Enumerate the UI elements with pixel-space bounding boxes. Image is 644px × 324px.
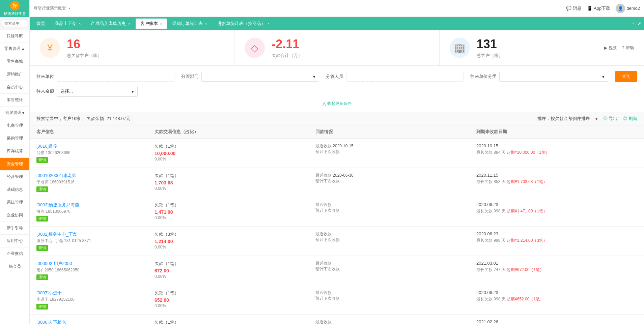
tab-customer-account[interactable]: 客户账本 ×: [136, 19, 167, 29]
message-btn[interactable]: 💬 消息: [566, 5, 582, 11]
overdue-link-0[interactable]: 超期¥10,000.00（1笔）: [507, 150, 550, 155]
sidebar-item-app-center[interactable]: 应用中心: [0, 235, 29, 247]
sidebar-item-system[interactable]: 系统管理: [0, 196, 29, 209]
unit-category-select[interactable]: ▾: [499, 72, 608, 82]
sidebar-item-guide[interactable]: 新手引导: [0, 222, 29, 235]
sidebar-item-purchase[interactable]: 采购管理: [0, 132, 29, 145]
view-video-btn[interactable]: ▶ 视频: [604, 45, 617, 51]
customer-name-2[interactable]: [0003]畅捷服务尹海燕: [36, 202, 155, 208]
balance-select[interactable]: 选择... ▾: [57, 86, 138, 97]
customer-name-1[interactable]: [0001020001]李老师: [36, 173, 155, 179]
due-date-3: 2020.06.23 最长欠款 998 天 超期¥1,214.00（3笔）: [476, 231, 637, 243]
tab-purchase-order[interactable]: 采购订单统计表 ×: [167, 19, 212, 29]
user-avatar[interactable]: 👤 demo2: [616, 4, 640, 13]
sidebar-search-area: [0, 17, 29, 30]
status-badge-4: 现销: [36, 274, 48, 280]
search-input[interactable]: [2, 20, 27, 27]
sidebar-item-operation[interactable]: 经营管理: [0, 171, 29, 183]
results-summary: 搜索结果中，客户16家， 欠款金额 -21,148.07元: [36, 116, 131, 122]
source-unit-label: 往来单位: [36, 73, 54, 80]
debt-percent-4: 0.00%: [155, 274, 315, 279]
sidebar-item-inventory[interactable]: 库存核算: [0, 145, 29, 158]
tab-close-product-history[interactable]: ×: [128, 22, 130, 26]
tab-home[interactable]: 首页: [32, 19, 49, 29]
debt-info-1: 欠款（1笔） 1,703.68 0.00%: [155, 173, 315, 191]
department-select[interactable]: ▾: [201, 72, 319, 82]
tab-product-history[interactable]: 产成品入库单历史 ×: [86, 19, 135, 29]
tab-close-product-shelf[interactable]: ×: [79, 22, 81, 26]
tab-close-inventory-stats[interactable]: ×: [268, 22, 270, 26]
stat-icon-amount: ◇: [245, 38, 265, 58]
source-unit-input[interactable]: ···: [57, 72, 174, 82]
results-actions: 排序：按欠款金额倒序排序 ▾ ◎ 导出 ◎ 刷新: [537, 116, 637, 122]
customer-name-3[interactable]: [0002]服务中心_丁磊: [36, 231, 155, 237]
sidebar-item-wechat[interactable]: 企业微信: [0, 247, 29, 260]
debt-percent-5: 0.00%: [155, 303, 315, 308]
stats-cards: ¥ 16 总欠款客户（家） ◇ -2.11 欠款合计（万） 🏢: [30, 30, 644, 66]
customer-info-0: [0016]吕俊 吕俊 13026203696 现销: [36, 143, 155, 163]
overdue-link-4[interactable]: 超期¥672.00（1笔）: [507, 267, 544, 272]
avatar: 👤: [616, 4, 625, 13]
customer-sub-3: 服务中心_丁磊 181 0125 8371: [36, 238, 155, 244]
minimize-icon[interactable]: −: [632, 21, 635, 26]
refresh-btn[interactable]: ◎ 刷新: [623, 116, 637, 122]
due-date-1: 2020.11.15 最长欠款 853 天 超期¥1,703.68（1笔）: [476, 173, 637, 185]
customer-sub-2: 海燕 18513066976: [36, 209, 155, 214]
chevron-down-icon-bal: ▾: [132, 89, 134, 94]
industry-label: 母婴行业演示账套: [34, 5, 66, 11]
sidebar-item-marketing[interactable]: 营销推广: [0, 68, 29, 81]
filter-person: 分管人员 ···: [326, 72, 464, 82]
customer-name-6[interactable]: [0006]去下粮仓: [36, 319, 155, 324]
sidebar-item-retail-stats[interactable]: 零售统计: [0, 94, 29, 107]
tab-inventory-stats[interactable]: 进货单统计表（按商品） ×: [213, 19, 274, 29]
customer-name-4[interactable]: [000002]用户2050: [36, 261, 155, 267]
sidebar-item-member-vip[interactable]: 畅会员: [0, 260, 29, 273]
overdue-link-3[interactable]: 超期¥1,214.00（3笔）: [507, 238, 547, 243]
help-btn[interactable]: ? 帮助: [622, 45, 634, 51]
sidebar-item-member-center[interactable]: 会员中心: [0, 81, 29, 94]
status-badge-1: 现销: [36, 186, 48, 192]
table-row: [0001020001]李老师 李老师 18600391516 现销 欠款（1笔…: [30, 168, 644, 197]
recovery-info-3: 最近收款 预计下次收款: [315, 231, 476, 243]
stat-card-total-customers: 🏢 131 总客户（家） ▶ 视频 ? 帮助: [440, 30, 644, 65]
app-download-btn[interactable]: 📱 App下载: [587, 5, 610, 11]
overdue-link-1[interactable]: 超期¥1,703.68（1笔）: [507, 179, 547, 184]
filter-row-1: 往来单位 ··· 分管部门 ▾ 分管人员: [36, 71, 637, 82]
person-input[interactable]: ···: [346, 72, 464, 82]
export-btn[interactable]: ◎ 导出: [603, 116, 618, 122]
tab-product-shelf[interactable]: 商品上下架 ×: [50, 19, 85, 29]
due-date-2: 2020.06.23 最长欠款 998 天 超期¥1,471.00（1笔）: [476, 202, 637, 214]
collapse-button[interactable]: ⋀ 收起更多条件: [323, 101, 352, 107]
customer-name-5[interactable]: [0007]小进干: [36, 290, 155, 296]
sidebar-item-ecommerce[interactable]: 电商管理: [0, 119, 29, 132]
customer-name-0[interactable]: [0016]吕俊: [36, 143, 155, 149]
sidebar-item-retail-management[interactable]: 零售管理 ▲: [0, 42, 29, 55]
sidebar-item-finance[interactable]: 资金管理: [0, 158, 29, 171]
recovery-info-2: 最近收款 预计下次收款: [315, 202, 476, 213]
sidebar-quick-nav[interactable]: 快捷导航: [0, 30, 29, 42]
sidebar: 好 畅捷通好生意 快捷导航 零售管理 ▲ 零售商城 营销推广 会员中心 零售统计…: [0, 0, 30, 324]
help-icon: ?: [622, 46, 624, 50]
sidebar-item-batch-management[interactable]: 批发管理 ▾: [0, 107, 29, 119]
balance-label: 往来余额: [36, 88, 54, 94]
customer-sub-0: 吕俊 13026203696: [36, 150, 155, 156]
sidebar-item-enterprise[interactable]: 企业协同: [0, 209, 29, 222]
overdue-link-2[interactable]: 超期¥1,471.00（1笔）: [507, 209, 547, 213]
debt-percent-3: 0.00%: [155, 245, 315, 249]
maximize-icon[interactable]: ⤢: [637, 21, 641, 26]
person-label: 分管人员: [326, 73, 343, 80]
status-badge-0: 现销: [36, 157, 48, 163]
collapse-icon: ⋀: [323, 101, 326, 106]
customer-sub-5: 小进干 18279152100: [36, 297, 155, 302]
top-bar: 母婴行业演示账套 ▾ 💬 消息 📱 App下载 👤 demo2: [30, 0, 644, 17]
debt-amount-3: 1,214.00: [155, 239, 315, 244]
search-button[interactable]: 查询: [615, 71, 637, 82]
overdue-link-5[interactable]: 超期¥652.00（1笔）: [507, 297, 544, 301]
sort-label: 排序：按欠款金额倒序排序: [537, 116, 590, 122]
tab-close-customer-account[interactable]: ×: [160, 22, 162, 26]
sidebar-item-retail-mall[interactable]: 零售商城: [0, 55, 29, 68]
sidebar-item-basic-info[interactable]: 基础信息: [0, 183, 29, 196]
customer-info-6: [0006]去下粮仓 陈小希 现销: [36, 319, 155, 324]
debt-count-3: 欠款（3笔）: [155, 231, 315, 237]
tab-close-purchase-order[interactable]: ×: [205, 22, 207, 26]
